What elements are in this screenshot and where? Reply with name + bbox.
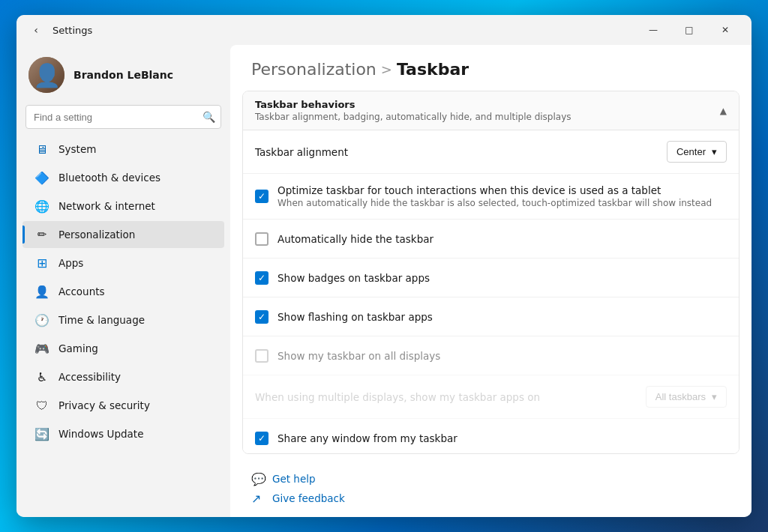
username: Brandon LeBlanc [74, 69, 173, 81]
personalization-icon: ✏️ [34, 227, 50, 242]
titlebar: ‹ Settings — □ ✕ [16, 15, 752, 45]
sidebar-label-apps: Apps [58, 257, 83, 269]
breadcrumb: Personalization > Taskbar [251, 60, 730, 79]
sidebar: Brandon LeBlanc 🔍 🖥 System 🔷 Bluetooth &… [16, 45, 230, 517]
chevron-up-icon: ▲ [720, 106, 727, 116]
breadcrumb-separator: > [381, 61, 392, 77]
update-icon: 🔄 [34, 426, 50, 441]
network-icon: 🌐 [34, 199, 50, 214]
accounts-icon: 👤 [34, 284, 50, 299]
search-icon: 🔍 [202, 111, 215, 123]
setting-label-badges: Show badges on taskbar apps [278, 272, 727, 284]
setting-label-auto-hide: Automatically hide the taskbar [278, 233, 727, 245]
breadcrumb-parent: Personalization [251, 60, 376, 79]
sidebar-label-accounts: Accounts [58, 285, 105, 297]
checkbox-all-displays[interactable] [255, 349, 268, 363]
get-help-icon: 💬 [251, 472, 265, 486]
sidebar-label-bluetooth: Bluetooth & devices [58, 172, 160, 184]
setting-label-alignment: Taskbar alignment [255, 146, 658, 158]
sidebar-label-time: Time & language [58, 314, 145, 326]
sidebar-item-system[interactable]: 🖥 System [22, 136, 224, 163]
sidebar-label-personalization: Personalization [58, 229, 135, 241]
sidebar-item-privacy[interactable]: 🛡 Privacy & security [22, 392, 224, 419]
give-feedback-label: Give feedback [272, 492, 345, 504]
time-icon: 🕐 [34, 312, 50, 327]
sidebar-item-accounts[interactable]: 👤 Accounts [22, 278, 224, 305]
setting-sublabel-optimize-touch: When automatically hide the taskbar is a… [278, 198, 712, 208]
section-header[interactable]: Taskbar behaviors Taskbar alignment, bad… [243, 91, 739, 130]
setting-row-all-displays: Show my taskbar on all displays [243, 336, 739, 375]
sidebar-label-privacy: Privacy & security [58, 399, 150, 411]
section-title: Taskbar behaviors [255, 99, 572, 110]
alignment-dropdown[interactable]: Center ▾ [667, 141, 727, 163]
checkbox-share-window[interactable] [255, 432, 268, 445]
setting-label-optimize-touch: Optimize taskbar for touch interactions … [278, 184, 712, 196]
gaming-icon: 🎮 [34, 341, 50, 356]
close-button[interactable]: ✕ [708, 18, 742, 42]
setting-row-alignment: Taskbar alignment Center ▾ [243, 130, 739, 174]
sidebar-label-update: Windows Update [58, 428, 143, 440]
system-icon: 🖥 [34, 142, 50, 157]
checkbox-auto-hide[interactable] [255, 232, 268, 246]
multiple-displays-dropdown[interactable]: All taskbars ▾ [646, 386, 727, 408]
sidebar-item-gaming[interactable]: 🎮 Gaming [22, 335, 224, 362]
accessibility-icon: ♿ [34, 369, 50, 384]
setting-row-share-window: Share any window from my taskbar [243, 419, 739, 454]
back-button[interactable]: ‹ [26, 19, 46, 40]
avatar-image [28, 57, 64, 93]
search-box: 🔍 [26, 105, 221, 129]
apps-icon: ⊞ [34, 256, 50, 270]
sidebar-item-bluetooth[interactable]: 🔷 Bluetooth & devices [22, 164, 224, 191]
sidebar-item-update[interactable]: 🔄 Windows Update [22, 420, 224, 447]
window-title: Settings [52, 25, 92, 36]
main-content: Personalization > Taskbar Taskbar behavi… [230, 45, 752, 517]
user-profile: Brandon LeBlanc [16, 45, 230, 102]
setting-label-multiple-displays: When using multiple displays, show my ta… [255, 391, 637, 403]
settings-window: ‹ Settings — □ ✕ Brandon LeBlanc 🔍 🖥 [16, 15, 752, 517]
sidebar-item-network[interactable]: 🌐 Network & internet [22, 193, 224, 220]
window-controls: — □ ✕ [636, 18, 742, 42]
give-feedback-link[interactable]: ↗ Give feedback [251, 492, 730, 505]
setting-row-auto-hide: Automatically hide the taskbar [243, 220, 739, 259]
sidebar-label-system: System [58, 143, 96, 155]
sidebar-item-apps[interactable]: ⊞ Apps [22, 250, 224, 276]
get-help-label: Get help [272, 473, 316, 485]
setting-label-all-displays: Show my taskbar on all displays [278, 350, 727, 362]
checkbox-show-badges[interactable] [255, 271, 268, 285]
privacy-icon: 🛡 [34, 398, 50, 413]
breadcrumb-current: Taskbar [397, 60, 469, 79]
maximize-button[interactable]: □ [672, 18, 706, 42]
bluetooth-icon: 🔷 [34, 170, 50, 185]
content-area: Brandon LeBlanc 🔍 🖥 System 🔷 Bluetooth &… [16, 45, 752, 517]
setting-row-multiple-displays: When using multiple displays, show my ta… [243, 375, 739, 419]
chevron-down-icon-2: ▾ [712, 391, 717, 402]
sidebar-label-gaming: Gaming [58, 342, 98, 354]
main-header: Personalization > Taskbar [230, 45, 752, 91]
setting-label-flashing: Show flashing on taskbar apps [278, 311, 727, 323]
give-feedback-icon: ↗ [251, 492, 265, 505]
checkbox-show-flashing[interactable] [255, 310, 268, 324]
sidebar-label-network: Network & internet [58, 200, 155, 212]
setting-row-optimize-touch: Optimize taskbar for touch interactions … [243, 174, 739, 220]
sidebar-label-accessibility: Accessibility [58, 371, 121, 383]
minimize-button[interactable]: — [636, 18, 670, 42]
checkbox-optimize-touch[interactable] [255, 190, 268, 203]
sidebar-item-personalization[interactable]: ✏️ Personalization [22, 221, 224, 248]
taskbar-behaviors-section: Taskbar behaviors Taskbar alignment, bad… [242, 91, 740, 454]
search-input[interactable] [26, 105, 221, 129]
sidebar-item-time[interactable]: 🕐 Time & language [22, 306, 224, 333]
setting-row-badges: Show badges on taskbar apps [243, 259, 739, 297]
section-subtitle: Taskbar alignment, badging, automaticall… [255, 112, 572, 122]
footer-links: 💬 Get help ↗ Give feedback [230, 460, 752, 517]
sidebar-item-accessibility[interactable]: ♿ Accessibility [22, 363, 224, 390]
avatar [28, 57, 64, 93]
setting-label-share-window: Share any window from my taskbar [278, 432, 727, 444]
get-help-link[interactable]: 💬 Get help [251, 472, 730, 486]
setting-row-flashing: Show flashing on taskbar apps [243, 297, 739, 336]
chevron-down-icon: ▾ [712, 146, 717, 157]
